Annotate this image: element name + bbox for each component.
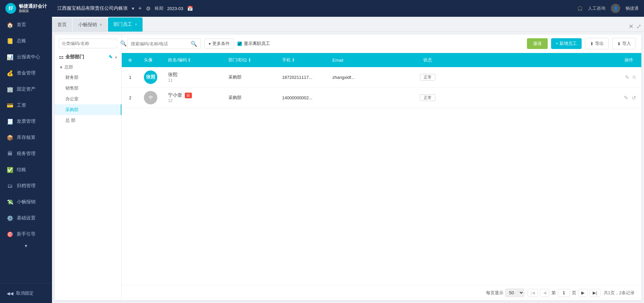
calendar-icon[interactable]: 📅 xyxy=(187,6,193,11)
sidebar-item-label-ledger: 总账 xyxy=(17,38,26,44)
dept-edit-icon[interactable]: ✎ xyxy=(109,54,113,60)
next-page-button[interactable]: ▶ xyxy=(578,289,588,297)
tax-icon: 🏛 xyxy=(7,150,13,157)
tabs-bar: 首页 小畅报销 × 部门员工 × ✕ ⤢ xyxy=(52,17,644,32)
toolbar-right-buttons: 邀请 + 新增员工 ⬆ 导出 ⬇ 导入 xyxy=(527,38,636,49)
row2-refresh-icon[interactable]: ↺ xyxy=(632,95,636,101)
consult-label[interactable]: 人工咨询 xyxy=(588,5,605,11)
sidebar-item-label-salary: 工资 xyxy=(17,102,26,108)
sidebar-scroll-down[interactable]: ▼ xyxy=(0,242,52,250)
employee-panel: 🔍 ▾ 更多条件 显示离职员工 邀请 + 新增员工 ⬆ xyxy=(122,35,641,300)
dept-item-office[interactable]: 办公室 xyxy=(55,94,121,104)
dept-item-purchase[interactable]: 采购部 xyxy=(55,104,121,115)
tab-expense-close[interactable]: × xyxy=(100,22,102,27)
sidebar-item-guide[interactable]: 🎯 新手引导 xyxy=(0,226,52,242)
row2-edit-icon[interactable]: ✎ xyxy=(624,95,628,101)
sidebar-item-close[interactable]: ✅ 结账 xyxy=(0,162,52,178)
sidebar-item-salary[interactable]: 💳 工资 xyxy=(0,97,52,113)
salary-icon: 💳 xyxy=(7,102,13,109)
row1-name-cell: 张熙 11 xyxy=(163,67,223,88)
prev-page-button[interactable]: ◀ xyxy=(540,289,549,297)
unpin-button[interactable]: ◀◀ 取消固定 xyxy=(0,287,52,300)
add-employee-button[interactable]: + 新增员工 xyxy=(551,38,582,49)
row2-emp-code: 12 xyxy=(168,98,218,103)
col-email: Email xyxy=(327,53,394,67)
row2-avatar: 宁 xyxy=(139,88,163,108)
dept-collapse-icon[interactable]: « xyxy=(115,54,117,60)
dept-item-finance[interactable]: 财务部 xyxy=(55,72,121,83)
import-icon: ⬇ xyxy=(617,41,621,46)
sidebar-item-funds[interactable]: 💰 资金管理 xyxy=(0,65,52,81)
dept-panel: 🔍 ⚏ 全部部门 ✎ « ▾ 总部 xyxy=(55,35,122,300)
row2-index: 2 xyxy=(122,88,139,108)
sidebar-item-expense[interactable]: 💸 小畅报销 xyxy=(0,194,52,210)
sidebar-item-inventory[interactable]: 📦 库存核算 xyxy=(0,130,52,146)
row1-emp-name: 张熙 xyxy=(168,72,218,78)
company-dropdown-icon[interactable]: ▾ xyxy=(132,6,134,11)
sidebar-item-label-home: 首页 xyxy=(17,22,26,28)
tab-close-icon[interactable]: ✕ xyxy=(629,23,634,30)
employee-search-input[interactable] xyxy=(131,41,189,46)
col-dept[interactable]: 部门/职位 ▲▼ xyxy=(223,53,277,67)
sidebar-item-label-guide: 新手引导 xyxy=(17,231,36,237)
per-page-select[interactable]: 50 10 20 100 xyxy=(505,289,524,297)
search-icon[interactable]: 🔍 xyxy=(191,41,197,47)
archive-icon: 🗂 xyxy=(7,183,13,189)
tab-dept-emp-close[interactable]: × xyxy=(135,22,137,27)
avatar-circle-2: 宁 xyxy=(144,91,157,104)
sidebar-item-reports[interactable]: 📊 云报表中心 xyxy=(0,49,52,65)
inventory-icon: 📦 xyxy=(7,134,13,141)
sidebar-item-label-expense: 小畅报销 xyxy=(17,199,36,205)
sidebar-item-label-close: 结账 xyxy=(17,167,26,173)
ledger-icon: 📒 xyxy=(7,38,13,44)
pagination: 每页显示 50 10 20 100 |◀ ◀ 第 页 xyxy=(122,285,641,300)
sidebar-item-invoice[interactable]: 🧾 发票管理 xyxy=(0,113,52,130)
page-label: 第 xyxy=(551,290,556,296)
sidebar-item-assets[interactable]: 🏢 固定资产 xyxy=(0,81,52,97)
sidebar-item-label-inventory: 库存核算 xyxy=(17,135,36,141)
company-settings-icon[interactable]: ⚙ xyxy=(146,5,151,12)
status-badge-1: 正常 xyxy=(420,74,435,81)
sidebar-item-home[interactable]: 🏠 首页 xyxy=(0,17,52,33)
dept-item-general[interactable]: 总 部 xyxy=(55,115,121,126)
col-status: 状态 xyxy=(394,53,461,67)
sidebar-item-archive[interactable]: 🗂 归档管理 xyxy=(0,178,52,194)
row1-emp-code: 11 xyxy=(168,78,218,83)
filter-button[interactable]: ▾ 更多条件 xyxy=(204,39,234,49)
sidebar-item-label-assets: 固定资产 xyxy=(17,86,36,92)
col-name[interactable]: 姓名/编码 ▲▼ xyxy=(163,53,223,67)
tab-expense[interactable]: 小畅报销 × xyxy=(73,18,107,32)
employee-table: ⚙ 头像 姓名/编码 ▲▼ xyxy=(122,53,641,285)
col-phone[interactable]: 手机 ▲▼ xyxy=(277,53,327,67)
dept-search-input[interactable] xyxy=(62,41,118,46)
row1-logout-icon[interactable]: ⎋ xyxy=(633,74,636,80)
import-button[interactable]: ⬇ 导入 xyxy=(612,38,636,49)
show-leave-checkbox[interactable] xyxy=(237,42,242,46)
add-company-icon[interactable]: + xyxy=(138,5,142,12)
tab-dept-emp[interactable]: 部门员工 × xyxy=(108,17,143,32)
row2-actions: ✎ ↺ xyxy=(461,88,641,108)
row1-actions: ✎ ⎋ xyxy=(461,67,641,88)
guide-icon: 🎯 xyxy=(7,231,13,238)
sidebar-item-ledger[interactable]: 📒 总账 xyxy=(0,33,52,49)
grid-icon: ⚏ xyxy=(59,54,63,60)
row1-edit-icon[interactable]: ✎ xyxy=(625,74,629,81)
export-button[interactable]: ⬆ 导出 xyxy=(585,38,609,49)
last-page-button[interactable]: ▶| xyxy=(590,289,600,297)
row2-badge: 应 xyxy=(185,93,192,98)
all-dept-header[interactable]: ⚏ 全部部门 ✎ « xyxy=(55,52,121,62)
sidebar-item-settings[interactable]: ⚙️ 基础设置 xyxy=(0,210,52,226)
dept-item-sales[interactable]: 销售部 xyxy=(55,83,121,94)
dept-search-box[interactable]: 🔍 xyxy=(59,39,117,48)
first-page-button[interactable]: |◀ xyxy=(528,289,538,297)
per-page-selector: 每页显示 50 10 20 100 xyxy=(486,289,524,297)
period-label: 账期 xyxy=(155,5,163,11)
tab-home[interactable]: 首页 xyxy=(52,18,72,32)
page-input[interactable] xyxy=(558,289,570,297)
employee-search-box[interactable]: 🔍 xyxy=(127,39,201,49)
invite-button[interactable]: 邀请 xyxy=(527,38,548,49)
status-badge-2: 正常 xyxy=(420,94,435,101)
tab-expand-icon[interactable]: ⤢ xyxy=(636,23,641,30)
sidebar-item-tax[interactable]: 🏛 税务管理 xyxy=(0,146,52,162)
col-settings[interactable]: ⚙ xyxy=(122,53,139,67)
